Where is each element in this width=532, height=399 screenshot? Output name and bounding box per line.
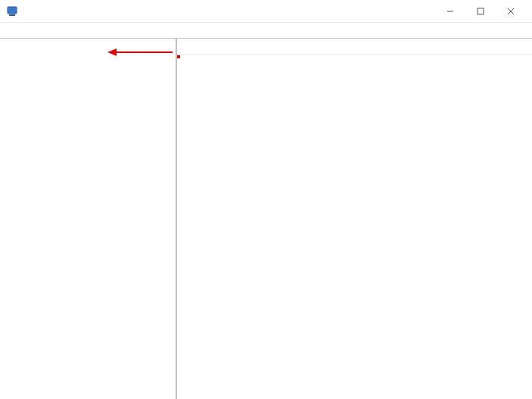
menu-file[interactable]: [3, 29, 15, 32]
annotation-highlight-box: [177, 55, 180, 58]
details-pane[interactable]: [177, 39, 532, 399]
menu-help[interactable]: [44, 29, 56, 32]
maximize-button[interactable]: [465, 1, 496, 22]
content-area: [0, 38, 532, 399]
svg-rect-0: [8, 7, 17, 14]
window-controls: [435, 1, 526, 22]
svg-rect-1: [9, 14, 15, 16]
title-bar: [0, 0, 532, 23]
svg-rect-3: [478, 8, 484, 14]
menu-edit[interactable]: [17, 29, 29, 32]
grid-header: [177, 39, 532, 55]
menu-view[interactable]: [30, 29, 42, 32]
nav-tree: [0, 39, 177, 399]
app-icon: [6, 5, 18, 17]
minimize-button[interactable]: [435, 1, 465, 22]
svg-marker-7: [107, 48, 117, 56]
close-button[interactable]: [496, 1, 526, 22]
menu-bar: [0, 23, 532, 38]
annotation-arrow: [106, 48, 174, 59]
